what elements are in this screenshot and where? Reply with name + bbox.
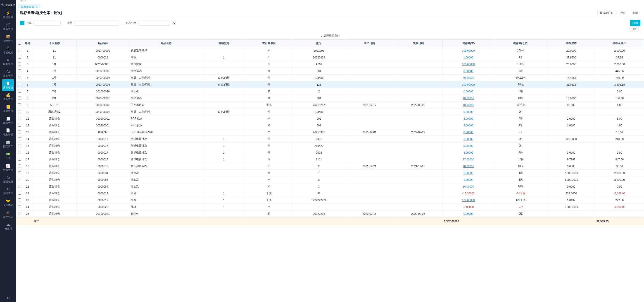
- row-qty-main-1[interactable]: 1.00000: [443, 54, 494, 61]
- row-qty-main-8[interactable]: 10.00000: [443, 102, 494, 108]
- row-warehouse-11: 营业粮仓: [32, 122, 76, 129]
- sidebar-item-collab[interactable]: 🤝企业协同: [2, 197, 14, 209]
- expand-arrow[interactable]: ›: [20, 21, 24, 25]
- row-prod-date-5: [345, 81, 394, 88]
- category-input[interactable]: [138, 21, 170, 26]
- row-checkbox-16[interactable]: [16, 156, 23, 163]
- row-checkbox-18[interactable]: [16, 170, 23, 177]
- row-qty-main-15[interactable]: 3.00000: [443, 149, 494, 156]
- row-prod-date-19: [345, 177, 394, 183]
- category-select[interactable]: [172, 21, 176, 25]
- row-qty-main-10[interactable]: 4.00000: [443, 115, 494, 122]
- row-qty-main-13[interactable]: 2.00000: [443, 136, 494, 142]
- row-qty-main-14[interactable]: 0.00000: [443, 142, 494, 149]
- row-checkbox-22[interactable]: [16, 197, 23, 204]
- refresh-btn[interactable]: 刷新: [630, 10, 640, 16]
- row-qty-main-16[interactable]: 87.00000: [443, 156, 494, 163]
- goods-input[interactable]: [74, 21, 120, 26]
- sidebar-item-payroll[interactable]: 💵工资: [2, 150, 14, 162]
- sidebar-item-inventory[interactable]: 📋库存核查: [2, 79, 14, 91]
- row-qty-main-3[interactable]: 0.00000: [443, 68, 494, 75]
- row-qty-main-17[interactable]: 10.00000: [443, 163, 494, 170]
- row-qty-main-20[interactable]: 10.00000: [443, 183, 494, 190]
- sidebar-item-retail[interactable]: 🛒零售管理: [2, 21, 14, 33]
- row-num-5: 6: [23, 81, 32, 88]
- sidebar-item-system[interactable]: ⚙系统管理: [2, 185, 14, 197]
- row-checkbox-23[interactable]: [16, 204, 23, 210]
- settings-icon: ⚙: [6, 296, 10, 300]
- sidebar-item-purchase[interactable]: 🛍采购管理: [2, 68, 14, 79]
- row-checkbox-2[interactable]: [16, 61, 23, 68]
- row-checkbox-8[interactable]: [16, 102, 23, 108]
- row-checkbox-9[interactable]: [16, 108, 23, 115]
- sidebar-item-invoice[interactable]: 🧾发票管理: [2, 115, 14, 126]
- sidebar-item-ecom[interactable]: 🖥电商管理: [2, 56, 14, 68]
- row-checkbox-12[interactable]: [16, 129, 23, 136]
- select-all-checkbox[interactable]: [18, 42, 21, 45]
- row-total-cost-19: 3,000.00: [595, 177, 644, 183]
- row-checkbox-0[interactable]: [16, 47, 23, 54]
- print-btn[interactable]: 按模板打印: [598, 10, 616, 16]
- row-qty-main-6[interactable]: 0.00000: [443, 88, 494, 95]
- row-checkbox-19[interactable]: [16, 177, 23, 183]
- table-container[interactable]: 序号 仓库名称 商品编码 商品名称 规格型号 主计量单位 批号 生产日期 失效日…: [16, 40, 644, 302]
- row-checkbox-1[interactable]: [16, 54, 23, 61]
- row-unit-cost-22: 1.8197: [547, 197, 595, 204]
- sidebar-settings[interactable]: ⚙: [0, 294, 16, 302]
- row-spec-17: [203, 163, 245, 170]
- sidebar-item-business[interactable]: 📈经营管理: [2, 162, 14, 174]
- sidebar-item-tax[interactable]: 📑税务管理: [2, 126, 14, 138]
- info-icon[interactable]: ⓘ: [624, 42, 626, 45]
- sidebar-search[interactable]: 🔍 搜索菜单: [0, 2, 16, 8]
- row-qty-main-7[interactable]: 10.00000: [443, 95, 494, 102]
- row-checkbox-7[interactable]: [16, 95, 23, 102]
- row-checkbox-21[interactable]: [16, 190, 23, 197]
- row-qty-main-2[interactable]: 100.00000: [443, 61, 494, 68]
- expand-more-btn[interactable]: ∨ 展开更多条件: [320, 34, 340, 38]
- row-num-21: 22: [23, 190, 32, 197]
- row-checkbox-20[interactable]: [16, 183, 23, 190]
- row-qty-stock-9: 0件: [494, 108, 548, 115]
- sidebar-item-wholesale[interactable]: 📦批发管理: [2, 33, 14, 44]
- row-qty-main-22[interactable]: 122.00000: [443, 197, 494, 204]
- row-unit-19: 米: [245, 177, 293, 183]
- row-checkbox-4[interactable]: [16, 75, 23, 81]
- row-checkbox-10[interactable]: [16, 115, 23, 122]
- row-qty-main-19[interactable]: 1.00000: [443, 177, 494, 183]
- row-checkbox-6[interactable]: [16, 88, 23, 95]
- row-qty-main-0[interactable]: 100.00000: [443, 47, 494, 54]
- row-checkbox-5[interactable]: [16, 81, 23, 88]
- export-btn[interactable]: 导出: [618, 10, 628, 16]
- sidebar-item-fixed-assets[interactable]: 🏢固定资产: [2, 138, 14, 150]
- settings-btn[interactable]: 设置: [630, 27, 638, 32]
- sidebar-item-newbie[interactable]: 🎓新手引导: [2, 209, 14, 220]
- row-checkbox-15[interactable]: [16, 149, 23, 156]
- row-checkbox-17[interactable]: [16, 163, 23, 170]
- row-checkbox-3[interactable]: [16, 68, 23, 75]
- row-qty-main-9[interactable]: 0.00000: [443, 108, 494, 115]
- tab-home[interactable]: 首页: [18, 0, 40, 4]
- row-checkbox-13[interactable]: [16, 136, 23, 142]
- sidebar-item-mini-ecom[interactable]: 📱小程电商: [2, 44, 14, 56]
- row-qty-main-5[interactable]: 100.00000: [443, 81, 494, 88]
- row-qty-main-23[interactable]: -1.00000: [443, 204, 494, 210]
- row-qty-main-11[interactable]: 4.00000: [443, 122, 494, 129]
- row-qty-main-4[interactable]: 49.60000: [443, 75, 494, 81]
- row-qty-main-12[interactable]: 0.00000: [443, 129, 494, 136]
- sidebar-item-basic[interactable]: 🗂基础信息: [2, 174, 14, 185]
- row-qty-main-21[interactable]: -16.00000: [443, 190, 494, 197]
- sidebar-item-cloud[interactable]: ☁云应用: [2, 220, 14, 232]
- row-qty-main-18[interactable]: 1.00000: [443, 170, 494, 177]
- row-goods-code-3: 0023-00005: [76, 68, 129, 75]
- row-checkbox-24[interactable]: [16, 210, 23, 218]
- sidebar-item-finance[interactable]: 💰资金管理: [2, 91, 14, 103]
- warehouse-input[interactable]: [34, 21, 60, 26]
- row-checkbox-11[interactable]: [16, 122, 23, 129]
- sidebar-item-quick-nav[interactable]: ⚡快捷导航: [2, 9, 14, 21]
- row-goods-code-8: 0023-00005: [76, 102, 129, 108]
- search-btn[interactable]: 查询: [630, 20, 640, 26]
- row-checkbox-14[interactable]: [16, 142, 23, 149]
- row-qty-main-24[interactable]: 0.00000: [443, 210, 494, 218]
- sidebar-item-general-ledger[interactable]: 📒总账管理: [2, 103, 14, 115]
- footer-qty-total: 6,302.60000: [443, 217, 494, 225]
